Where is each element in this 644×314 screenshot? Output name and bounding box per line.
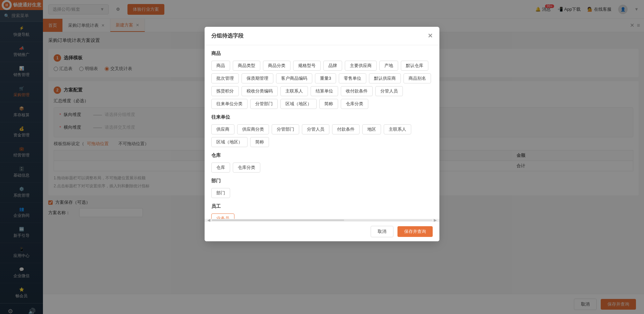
chip-dept[interactable]: 分管部门 [250,99,278,109]
modal-header: 分组待选字段 ✕ [205,27,439,45]
modal-overlay: 分组待选字段 ✕ 商品 商品 商品类型 商品分类 规格型号 品牌 主要供应商 产… [0,0,644,314]
modal-horizontal-scrollbar[interactable]: ◀ ▶ [205,219,439,222]
modal: 分组待选字段 ✕ 商品 商品 商品类型 商品分类 规格型号 品牌 主要供应商 产… [205,27,439,241]
chip-warehouse-category[interactable]: 仓库分类 [341,99,368,109]
chip-unit-category[interactable]: 往来单位分类 [211,99,248,109]
modal-footer: 取消 保存并查询 [205,222,439,241]
modal-body[interactable]: 商品 商品 商品类型 商品分类 规格型号 品牌 主要供应商 产地 默认仓库 批次… [205,45,439,219]
chip-manager[interactable]: 分管人员 [375,86,403,96]
chip-region3[interactable]: 区域（地区） [211,137,248,147]
chip-goods-category[interactable]: 商品分类 [263,61,290,71]
section-title-employee: 员工 [211,203,433,209]
modal-cancel-button[interactable]: 取消 [371,226,393,237]
partner-chips: 供应商 供应商分类 分管部门 分管人员 付款条件 地区 主联系人 区域（地区） … [211,124,433,147]
chip-weight3[interactable]: 重量3 [315,73,336,83]
chip-quality-mgmt[interactable]: 保质期管理 [241,73,273,83]
employee-chips: 业务员 [211,213,433,219]
modal-confirm-button[interactable]: 保存并查询 [397,226,433,237]
chip-region2[interactable]: 地区 [362,124,381,134]
scroll-thumb[interactable] [212,219,344,221]
chip-department[interactable]: 部门 [211,188,230,198]
chip-salesperson[interactable]: 业务员 [211,213,234,219]
chip-settlement-unit[interactable]: 结算单位 [311,86,338,96]
department-chips: 部门 [211,188,433,198]
chip-default-warehouse[interactable]: 默认仓库 [401,61,428,71]
chip-main-contact2[interactable]: 主联系人 [384,124,411,134]
section-title-partner: 往来单位 [211,114,433,120]
chip-tax-category[interactable]: 税收分类编码 [241,86,278,96]
chip-retail-unit[interactable]: 零售单位 [339,73,366,83]
chip-brand[interactable]: 品牌 [323,61,342,71]
chip-goods[interactable]: 商品 [211,61,230,71]
chip-customer-code[interactable]: 客户商品编码 [276,73,312,83]
chip-warehouse-cat[interactable]: 仓库分类 [233,163,260,173]
chip-payment-terms[interactable]: 收付款条件 [341,86,373,96]
chip-main-contact[interactable]: 主联系人 [280,86,308,96]
goods-chips: 商品 商品类型 商品分类 规格型号 品牌 主要供应商 产地 默认仓库 批次管理 … [211,61,433,109]
chip-default-supplier[interactable]: 默认供应商 [369,73,401,83]
modal-close-button[interactable]: ✕ [428,32,433,40]
chip-supplier-category[interactable]: 供应商分类 [237,124,269,134]
chip-short-name[interactable]: 简称 [319,99,338,109]
chip-mgmt-dept[interactable]: 分管部门 [272,124,299,134]
chip-region[interactable]: 区域（地区） [280,99,317,109]
chip-short-name2[interactable]: 简称 [250,137,269,147]
chip-spec-type[interactable]: 规格型号 [293,61,321,71]
chip-warehouse[interactable]: 仓库 [211,163,230,173]
chip-mgmt-person[interactable]: 分管人员 [302,124,329,134]
chip-goods-type[interactable]: 商品类型 [233,61,260,71]
scroll-track[interactable] [212,219,432,221]
section-title-warehouse: 仓库 [211,152,433,159]
chip-pickup-points[interactable]: 拣货积分 [211,86,239,96]
chip-supplier[interactable]: 供应商 [211,124,234,134]
section-title-goods: 商品 [211,51,433,57]
modal-title: 分组待选字段 [211,33,244,40]
section-title-department: 部门 [211,178,433,184]
chip-main-supplier[interactable]: 主要供应商 [345,61,377,71]
chip-origin[interactable]: 产地 [379,61,398,71]
chip-goods-alias[interactable]: 商品别名 [404,73,431,83]
chip-batch-mgmt[interactable]: 批次管理 [211,73,239,83]
warehouse-chips: 仓库 仓库分类 [211,163,433,173]
chip-pay-terms[interactable]: 付款条件 [332,124,360,134]
